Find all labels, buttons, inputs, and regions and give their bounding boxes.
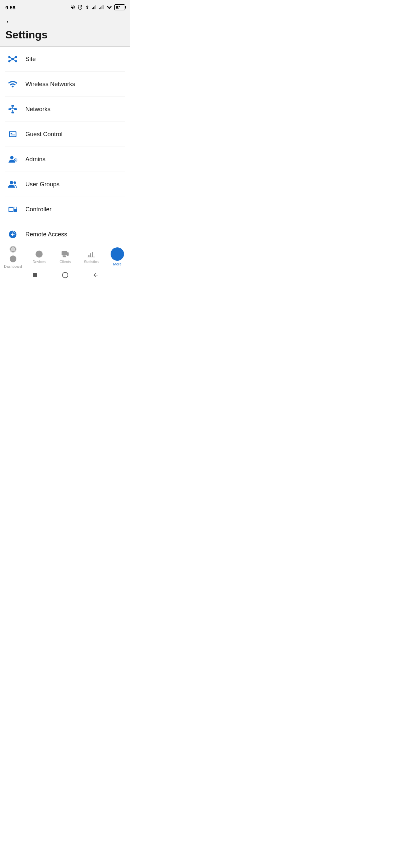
status-bar: 9:58 87 <box>0 0 130 15</box>
svg-rect-53 <box>33 273 37 277</box>
header: ← Settings <box>0 15 130 46</box>
page-title: Settings <box>5 29 125 41</box>
menu-item-admins[interactable]: Admins <box>5 147 125 172</box>
dashboard-icon <box>9 255 18 263</box>
admins-label: Admins <box>25 156 46 163</box>
svg-rect-4 <box>99 8 100 9</box>
svg-point-51 <box>117 253 118 254</box>
svg-rect-6 <box>102 6 102 9</box>
menu-item-user-groups[interactable]: User Groups <box>5 172 125 197</box>
svg-rect-20 <box>11 112 14 114</box>
menu-item-guest[interactable]: Guest Control <box>5 122 125 147</box>
menu-item-site[interactable]: Site <box>5 47 125 72</box>
svg-point-41 <box>37 252 41 256</box>
svg-rect-3 <box>95 5 96 9</box>
settings-menu: Site Wireless Networks Networks <box>0 47 130 272</box>
battery-indicator: 87 <box>114 4 125 10</box>
svg-point-38 <box>12 234 14 235</box>
svg-rect-47 <box>90 253 91 257</box>
svg-line-16 <box>13 59 16 61</box>
wifi-status-icon <box>106 5 112 10</box>
svg-rect-42 <box>62 251 67 255</box>
menu-item-networks[interactable]: Networks <box>5 97 125 122</box>
status-time: 9:58 <box>5 5 16 10</box>
svg-rect-48 <box>92 252 93 257</box>
tab-clients[interactable]: Clients <box>52 245 78 269</box>
more-circle <box>111 247 124 261</box>
network-icon <box>5 104 20 114</box>
svg-rect-36 <box>15 207 17 209</box>
statistics-icon <box>87 250 95 258</box>
tab-dashboard[interactable]: Dashboard <box>0 245 26 269</box>
tab-devices[interactable]: Devices <box>26 245 52 269</box>
bluetooth-icon <box>85 5 90 10</box>
wireless-label: Wireless Networks <box>25 81 75 88</box>
svg-rect-7 <box>103 5 103 9</box>
tab-statistics[interactable]: Statistics <box>78 245 104 269</box>
system-nav-bar <box>0 269 130 282</box>
svg-point-54 <box>62 272 68 278</box>
guest-icon <box>5 129 20 139</box>
sys-home-button[interactable] <box>61 271 69 279</box>
svg-line-13 <box>9 57 13 59</box>
tab-more[interactable]: More <box>104 245 130 269</box>
networks-label: Networks <box>25 106 51 113</box>
svg-rect-1 <box>93 7 94 9</box>
nav-tab-bar: Dashboard Devices Clients <box>0 245 130 269</box>
signal2-icon <box>99 5 104 10</box>
back-button[interactable]: ← <box>5 18 13 26</box>
svg-rect-27 <box>11 133 12 134</box>
svg-line-14 <box>13 57 16 59</box>
svg-rect-46 <box>88 255 89 257</box>
guest-label: Guest Control <box>25 131 62 138</box>
svg-point-31 <box>10 181 13 184</box>
menu-item-controller[interactable]: Controller <box>5 197 125 222</box>
users-icon <box>5 179 20 189</box>
remote-icon <box>5 229 20 239</box>
signal1-icon <box>91 5 97 10</box>
admin-icon <box>5 154 20 164</box>
remote-label: Remote Access <box>25 231 67 238</box>
statistics-tab-label: Statistics <box>84 260 98 264</box>
svg-rect-28 <box>11 134 15 135</box>
menu-item-remote[interactable]: Remote Access <box>5 222 125 247</box>
battery-level: 87 <box>116 5 120 9</box>
clients-icon <box>61 250 69 258</box>
devices-icon <box>35 250 44 258</box>
alarm-icon <box>78 5 83 10</box>
menu-item-wireless[interactable]: Wireless Networks <box>5 72 125 97</box>
svg-rect-26 <box>10 132 16 136</box>
controller-icon <box>5 204 20 214</box>
more-dots-icon <box>114 251 121 257</box>
svg-point-50 <box>115 253 116 254</box>
wifi-icon <box>5 79 20 89</box>
user-groups-label: User Groups <box>25 181 59 188</box>
sys-back-button[interactable] <box>92 272 98 278</box>
svg-point-32 <box>14 181 17 184</box>
status-icons: 87 <box>70 4 125 10</box>
svg-point-52 <box>119 253 120 254</box>
clients-tab-label: Clients <box>59 260 71 264</box>
controller-label: Controller <box>25 206 52 213</box>
svg-rect-34 <box>9 208 13 211</box>
site-label: Site <box>25 56 36 63</box>
more-tab-label: More <box>113 262 121 266</box>
dashboard-icon <box>9 245 18 253</box>
svg-point-29 <box>10 156 14 159</box>
sys-square-button[interactable] <box>32 272 38 278</box>
site-icon <box>5 54 20 64</box>
svg-rect-5 <box>101 7 101 9</box>
svg-rect-44 <box>67 253 68 256</box>
devices-tab-label: Devices <box>32 260 46 264</box>
dashboard-tab-label: Dashboard <box>4 265 22 269</box>
svg-line-15 <box>9 59 13 61</box>
svg-rect-17 <box>11 105 14 107</box>
bottom-navigation: Dashboard Devices Clients <box>0 245 130 282</box>
svg-rect-2 <box>94 6 95 9</box>
mute-icon <box>70 5 76 10</box>
svg-rect-0 <box>92 8 92 9</box>
